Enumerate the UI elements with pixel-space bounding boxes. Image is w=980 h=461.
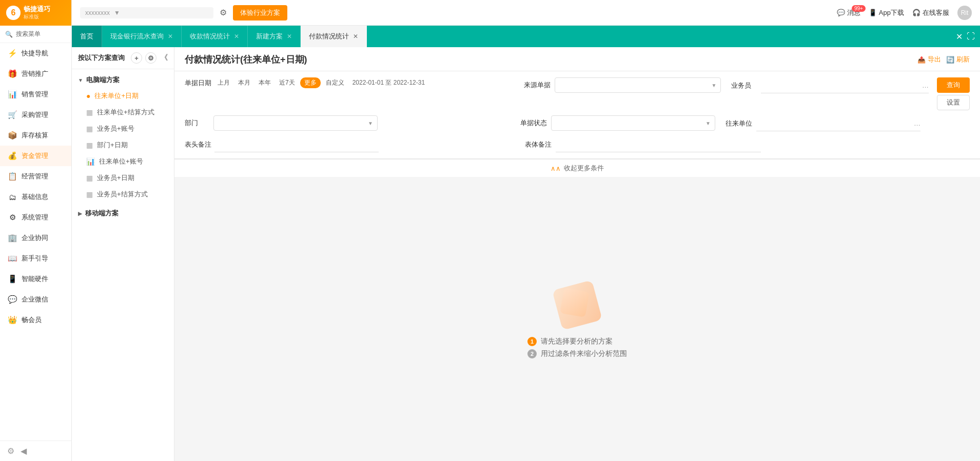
scheme-item-unit-date[interactable]: ● 往来单位+日期: [72, 88, 174, 104]
date-btn-custom[interactable]: 自定义: [323, 77, 347, 88]
unit-label: 往来单位: [726, 119, 752, 128]
settings-bottom-icon[interactable]: ⚙: [7, 446, 14, 456]
tab-bank[interactable]: 现金银行流水查询 ✕: [102, 26, 182, 47]
scheme-item-dept-date-icon: ▦: [86, 141, 93, 149]
scheme-item-staff-account-label: 业务员+账号: [97, 124, 134, 133]
scheme-item-unit-account-icon: 📊: [86, 157, 95, 166]
tab-payment[interactable]: 付款情况统计 ✕: [301, 26, 367, 47]
staff-input[interactable]: [761, 77, 922, 93]
app-download-btn[interactable]: 📱 App下载: [869, 8, 904, 17]
scheme-item-unit-settle[interactable]: ▦ 往来单位+结算方式: [72, 104, 174, 121]
tabbar-right: ✕ ⛶: [951, 26, 980, 47]
collapse-chevron-icon: ∧∧: [551, 165, 561, 172]
sidebar-item-member[interactable]: 👑 畅会员: [0, 310, 71, 330]
setting-btn[interactable]: 设置: [937, 95, 970, 110]
quick-nav-icon: ⚡: [7, 48, 17, 58]
date-btn-this-year[interactable]: 本年: [256, 77, 274, 88]
sidebar-item-marketing[interactable]: 🎁 营销推广: [0, 64, 71, 84]
sidebar-item-corp[interactable]: 🏢 企业协同: [0, 228, 71, 248]
sidebar-item-purchase[interactable]: 🛒 采购管理: [0, 105, 71, 125]
query-btn[interactable]: 查询: [937, 77, 970, 93]
tab-bank-close-icon[interactable]: ✕: [168, 33, 173, 40]
message-btn[interactable]: 💬 消息 99+: [837, 8, 860, 17]
scheme-item-unit-settle-label: 往来单位+结算方式: [97, 108, 154, 117]
date-btn-this-month[interactable]: 本月: [235, 77, 253, 88]
doc-status-select[interactable]: ▼: [551, 115, 715, 131]
tab-payment-close-icon[interactable]: ✕: [353, 33, 358, 40]
table-head-note-input[interactable]: [214, 136, 379, 152]
collapse-more-btn[interactable]: ∧∧ 收起更多条件: [551, 164, 604, 173]
sidebar-item-operation[interactable]: 📋 经营管理: [0, 166, 71, 187]
finance-icon: 💰: [7, 151, 17, 161]
collapse-more-label: 收起更多条件: [564, 164, 604, 173]
refresh-btn[interactable]: 🔄 刷新: [946, 55, 970, 64]
tab-new-scheme-close-icon[interactable]: ✕: [287, 33, 292, 40]
scheme-item-staff-settle[interactable]: ▦ 业务员+结算方式: [72, 186, 174, 203]
scheme-item-unit-account[interactable]: 📊 往来单位+账号: [72, 153, 174, 170]
filter-item-dept: 部门 ▼: [185, 115, 510, 131]
tab-home[interactable]: 首页: [72, 26, 102, 47]
user-avatar[interactable]: Rit: [957, 6, 972, 20]
empty-hints: 1 请先选择要分析的方案 2 用过滤条件来缩小分析范围: [527, 337, 627, 358]
add-scheme-btn[interactable]: +: [131, 52, 142, 64]
dept-select[interactable]: ▼: [213, 115, 378, 131]
source-select-arrow-icon: ▼: [712, 83, 717, 88]
sidebar-item-sales[interactable]: 📊 销售管理: [0, 84, 71, 105]
desktop-group-header[interactable]: ▼ 电脑端方案: [72, 72, 174, 88]
sales-icon: 📊: [7, 89, 17, 99]
tab-expand-icon[interactable]: ⛶: [967, 32, 975, 41]
tab-new-scheme[interactable]: 新建方案 ✕: [248, 26, 301, 47]
scheme-setting-btn[interactable]: ⚙: [145, 52, 156, 64]
tab-receipt[interactable]: 收款情况统计 ✕: [182, 26, 248, 47]
staff-more-icon[interactable]: …: [922, 82, 929, 89]
right-panel: 付款情况统计(往来单位+日期) 📤 导出 🔄 刷新: [174, 47, 980, 461]
address-bar[interactable]: xxxxxxxx ▼: [80, 7, 213, 18]
export-btn[interactable]: 📤 导出: [917, 55, 941, 64]
sidebar-item-wechat[interactable]: 💬 企业微信: [0, 289, 71, 310]
sidebar-item-inventory[interactable]: 📦 库存核算: [0, 125, 71, 146]
scheme-item-staff-account[interactable]: ▦ 业务员+账号: [72, 121, 174, 137]
trial-btn[interactable]: 体验行业方案: [233, 5, 287, 21]
doc-status-label: 单据状态: [520, 118, 547, 128]
date-btn-last-month[interactable]: 上月: [214, 77, 233, 88]
export-icon: 📤: [917, 56, 926, 64]
tab-receipt-close-icon[interactable]: ✕: [234, 33, 239, 40]
tab-new-scheme-label: 新建方案: [256, 32, 283, 41]
search-menu[interactable]: 🔍 搜索菜单: [0, 26, 71, 43]
mobile-group-header[interactable]: ▶ 移动端方案: [72, 206, 174, 221]
tabbar: 首页 现金银行流水查询 ✕ 收款情况统计 ✕ 新建方案 ✕ 付款情况统计 ✕ ✕…: [72, 26, 980, 47]
unit-more-icon[interactable]: …: [914, 119, 920, 127]
scheme-panel-collapse-btn[interactable]: 《: [161, 53, 168, 63]
online-service-btn[interactable]: 🎧 在线客服: [912, 8, 949, 17]
date-btn-more[interactable]: 更多: [300, 77, 321, 88]
sidebar-item-finance[interactable]: 💰 资金管理: [0, 146, 71, 166]
sidebar-item-system[interactable]: ⚙ 系统管理: [0, 207, 71, 228]
sidebar-item-guide[interactable]: 📖 新手引导: [0, 248, 71, 269]
sidebar-item-basic[interactable]: 🗂 基础信息: [0, 187, 71, 207]
hint-text-1: 请先选择要分析的方案: [541, 337, 613, 346]
refresh-icon: 🔄: [946, 56, 954, 64]
tab-bank-label: 现金银行流水查询: [110, 32, 164, 41]
source-select[interactable]: ▼: [555, 77, 721, 93]
unit-input[interactable]: [756, 115, 914, 131]
scheme-item-unit-date-icon: ●: [86, 92, 90, 100]
refresh-label: 刷新: [956, 55, 970, 64]
dept-label: 部门: [185, 118, 210, 128]
sidebar-item-quick-nav[interactable]: ⚡ 快捷导航: [0, 43, 71, 64]
date-btn-7days[interactable]: 近7天: [276, 77, 298, 88]
collapse-sidebar-icon[interactable]: ◀: [21, 446, 27, 456]
scheme-item-staff-date[interactable]: ▦ 业务员+日期: [72, 170, 174, 186]
page-header: 付款情况统计(往来单位+日期) 📤 导出 🔄 刷新: [174, 47, 980, 71]
table-body-note-input[interactable]: [556, 136, 761, 152]
filter-row-3: 表头备注 表体备注: [185, 136, 970, 152]
content-area: 按以下方案查询 + ⚙ 《 ▼ 电脑端方案 ● 往来单位+日期 ▦ 往: [72, 47, 980, 461]
message-badge: 99+: [852, 5, 866, 12]
tab-close-all-icon[interactable]: ✕: [956, 32, 963, 42]
desktop-scheme-group: ▼ 电脑端方案 ● 往来单位+日期 ▦ 往来单位+结算方式 ▦ 业务员+账号 ▦: [72, 69, 174, 206]
filter-item-table-head-note: 表头备注: [185, 136, 515, 152]
empty-hint-2: 2 用过滤条件来缩小分析范围: [527, 349, 627, 358]
scheme-item-dept-date[interactable]: ▦ 部门+日期: [72, 137, 174, 153]
inventory-icon: 📦: [7, 130, 17, 141]
sidebar-item-hardware[interactable]: 📱 智能硬件: [0, 269, 71, 289]
topbar-gear-icon[interactable]: ⚙: [220, 8, 227, 17]
